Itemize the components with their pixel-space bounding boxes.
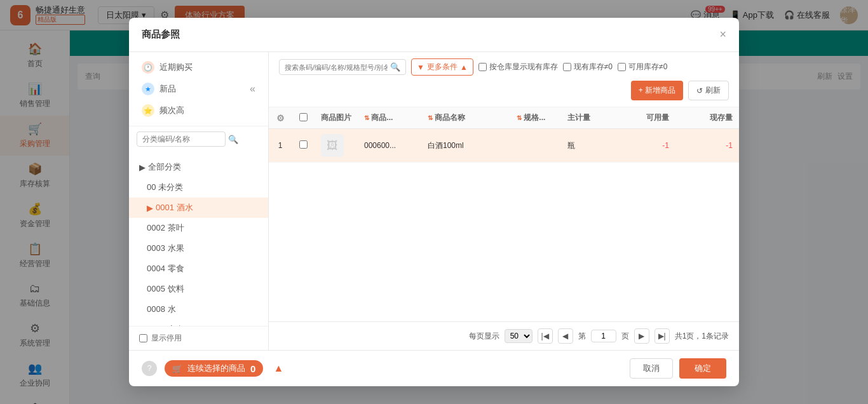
freq-icon: ⭐ bbox=[142, 104, 154, 117]
col-stock[interactable]: 现存量 bbox=[675, 107, 739, 129]
col-spec[interactable]: ⇅ 规格... bbox=[510, 107, 561, 129]
row-checkbox[interactable] bbox=[299, 140, 308, 149]
more-filter-button[interactable]: ▼ 更多条件 ▲ bbox=[411, 58, 473, 76]
table-header-row: ⚙ 商品图片 ⇅ 商品... bbox=[269, 107, 739, 129]
new-icon: ★ bbox=[142, 83, 154, 95]
page-number-input[interactable] bbox=[591, 330, 616, 342]
table-row[interactable]: 1 🖼 000600... bbox=[269, 129, 739, 163]
add-product-button[interactable]: + 新增商品 bbox=[631, 81, 683, 100]
filter-icon: ▼ bbox=[417, 63, 424, 72]
col-image[interactable]: 商品图片 bbox=[315, 107, 358, 129]
search-icon[interactable]: 🔍 bbox=[390, 62, 400, 72]
category-all[interactable]: ▶ 全部分类 bbox=[129, 157, 268, 177]
refresh-icon: ↺ bbox=[696, 86, 703, 95]
refresh-button[interactable]: ↺ 刷新 bbox=[688, 81, 729, 100]
row-name-cell: 白酒100ml bbox=[421, 129, 510, 163]
cart-selection-area[interactable]: 🛒 连续选择的商品 0 bbox=[165, 360, 263, 377]
show-disabled-area: 显示停用 bbox=[129, 326, 268, 350]
modal-header: 商品参照 × bbox=[129, 18, 739, 52]
confirm-button[interactable]: 确定 bbox=[679, 358, 726, 379]
col-name[interactable]: ⇅ 商品名称 bbox=[421, 107, 510, 129]
row-code-cell: 000600... bbox=[358, 129, 421, 163]
sort-icon-name: ⇅ bbox=[428, 114, 433, 121]
row-checkbox-cell bbox=[292, 129, 315, 163]
modal-title: 商品参照 bbox=[142, 29, 180, 41]
toolbar: 🔍 ▼ 更多条件 ▲ 按仓库显示现有库存 现有库存≠0 bbox=[269, 52, 739, 107]
product-panel: 🔍 ▼ 更多条件 ▲ 按仓库显示现有库存 现有库存≠0 bbox=[269, 52, 739, 350]
close-button[interactable]: × bbox=[719, 28, 726, 41]
product-modal: 商品参照 × 🕐 近期购买 ★ 新品 bbox=[129, 18, 739, 386]
active-arrow-icon: ▶ bbox=[147, 203, 153, 213]
modal-footer: ? 🛒 连续选择的商品 0 ▲ 取消 确定 bbox=[129, 350, 739, 386]
table-settings-icon[interactable]: ⚙ bbox=[276, 113, 285, 123]
help-icon[interactable]: ? bbox=[142, 361, 157, 376]
quick-item-freq[interactable]: ⭐ 频次高 bbox=[137, 100, 245, 121]
category-liquor[interactable]: ▶ 0001 酒水 bbox=[129, 198, 268, 218]
row-stock-cell: -1 bbox=[675, 129, 739, 163]
row-image-cell: 🖼 bbox=[315, 129, 358, 163]
cart-icon: 🛒 bbox=[172, 364, 182, 374]
category-appliance[interactable]: 0010 家电 bbox=[129, 320, 268, 326]
category-tea[interactable]: 0002 茶叶 bbox=[129, 218, 268, 238]
col-code[interactable]: ⇅ 商品... bbox=[358, 107, 421, 129]
collapse-panel-button[interactable]: « bbox=[245, 81, 261, 97]
quick-item-recent[interactable]: 🕐 近期购买 bbox=[137, 57, 245, 77]
sort-icon-spec: ⇅ bbox=[517, 114, 522, 121]
footer-right: 取消 确定 bbox=[630, 358, 726, 379]
toolbar-right: + 新增商品 ↺ 刷新 bbox=[631, 81, 729, 100]
recent-icon: 🕐 bbox=[142, 61, 154, 74]
sort-icon: ⇅ bbox=[364, 114, 369, 121]
checkbox-nonzero-stock[interactable]: 现有库存≠0 bbox=[563, 62, 613, 72]
row-unit-cell: 瓶 bbox=[561, 129, 612, 163]
cart-count: 0 bbox=[250, 363, 255, 374]
col-settings: ⚙ bbox=[269, 107, 292, 129]
row-spec-cell bbox=[510, 129, 561, 163]
row-index: 1 bbox=[269, 129, 292, 163]
category-fruit[interactable]: 0003 水果 bbox=[129, 238, 268, 259]
last-page-button[interactable]: ▶| bbox=[654, 328, 670, 344]
checkbox-available-nonzero[interactable]: 可用库存≠0 bbox=[618, 62, 667, 72]
col-available[interactable]: 可用量 bbox=[612, 107, 675, 129]
category-list: ▶ 全部分类 00 未分类 ▶ 0001 酒水 0002 茶叶 0003 水果 bbox=[129, 152, 268, 326]
chevron-up-icon: ▲ bbox=[460, 63, 468, 72]
cancel-button[interactable]: 取消 bbox=[630, 358, 673, 379]
modal-overlay: 商品参照 × 🕐 近期购买 ★ 新品 bbox=[0, 0, 868, 404]
category-search-area: 🔍 bbox=[129, 126, 268, 152]
first-page-button[interactable]: |◀ bbox=[538, 328, 553, 344]
row-available-cell: -1 bbox=[612, 129, 675, 163]
next-page-button[interactable]: ▶ bbox=[634, 328, 649, 344]
footer-left: ? 🛒 连续选择的商品 0 ▲ bbox=[142, 360, 286, 377]
prev-page-button[interactable]: ◀ bbox=[558, 328, 573, 344]
page-size-select[interactable]: 50 bbox=[505, 329, 532, 343]
quick-items-area: 🕐 近期购买 ★ 新品 ⭐ 频次高 « bbox=[129, 52, 268, 126]
show-disabled-checkbox[interactable] bbox=[139, 334, 147, 342]
pagination: 每页显示 50 |◀ ◀ 第 页 ▶ ▶| 共1页，1条记录 bbox=[269, 321, 739, 350]
category-snacks[interactable]: 0004 零食 bbox=[129, 259, 268, 279]
category-search-icon[interactable]: 🔍 bbox=[228, 135, 238, 144]
product-table: ⚙ 商品图片 ⇅ 商品... bbox=[269, 107, 739, 163]
total-info: 共1页，1条记录 bbox=[675, 331, 729, 342]
select-all-checkbox[interactable] bbox=[299, 113, 308, 121]
product-table-body: 1 🖼 000600... bbox=[269, 129, 739, 163]
expand-arrow-icon: ▶ bbox=[139, 163, 146, 172]
product-search-input[interactable] bbox=[285, 64, 388, 71]
collapse-footer-button[interactable]: ▲ bbox=[271, 361, 286, 376]
col-unit[interactable]: 主计量 bbox=[561, 107, 612, 129]
product-table-wrapper: ⚙ 商品图片 ⇅ 商品... bbox=[269, 107, 739, 321]
modal-body: 🕐 近期购买 ★ 新品 ⭐ 频次高 « bbox=[129, 52, 739, 350]
quick-item-new[interactable]: ★ 新品 bbox=[137, 79, 245, 99]
category-panel: 🕐 近期购买 ★ 新品 ⭐ 频次高 « bbox=[129, 52, 269, 350]
category-water[interactable]: 0008 水 bbox=[129, 299, 268, 320]
product-search-box: 🔍 bbox=[279, 59, 406, 75]
product-thumbnail: 🖼 bbox=[321, 134, 344, 157]
category-drinks[interactable]: 0005 饮料 bbox=[129, 279, 268, 299]
category-search-input[interactable] bbox=[137, 131, 226, 147]
checkbox-warehouse-stock[interactable]: 按仓库显示现有库存 bbox=[478, 62, 558, 72]
category-uncategorized[interactable]: 00 未分类 bbox=[129, 177, 268, 198]
col-checkbox bbox=[292, 107, 315, 129]
